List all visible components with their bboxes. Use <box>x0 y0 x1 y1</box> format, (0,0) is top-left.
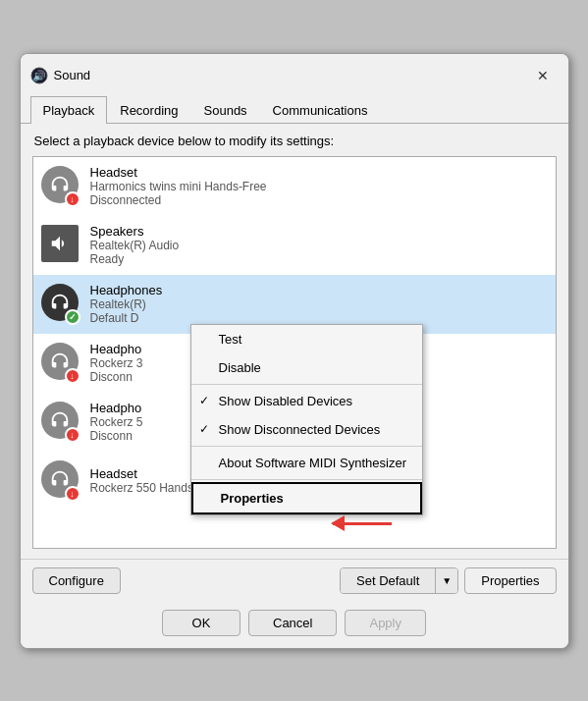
properties-button[interactable]: Properties <box>464 567 556 594</box>
ctx-item-disable[interactable]: Disable <box>191 353 422 382</box>
ctx-divider-3 <box>191 479 422 480</box>
device-name-3: Headphones <box>90 283 548 297</box>
device-sub-2: Realtek(R) Audio <box>90 239 548 252</box>
device-icon-headset2: ↓ <box>41 460 82 502</box>
check-show-disabled: ✓ <box>199 394 209 407</box>
bottom-right-buttons: Set Default ▼ Properties <box>340 567 556 594</box>
configure-button[interactable]: Configure <box>32 567 121 594</box>
ctx-item-test[interactable]: Test <box>191 325 422 353</box>
device-name-2: Speakers <box>90 224 548 239</box>
sound-dialog: 🔊 Sound ✕ Playback Recording Sounds Comm… <box>20 53 569 649</box>
device-item-headset1[interactable]: ↓ Headset Harmonics twins mini Hands-Fre… <box>33 157 556 216</box>
ctx-label-show-disabled: Show Disabled Devices <box>219 394 353 408</box>
badge-red-4: ↓ <box>65 368 80 384</box>
device-info-headphones: Headphones Realtek(R) Default D <box>90 283 548 325</box>
sound-icon: 🔊 <box>30 67 48 84</box>
device-info-headset1: Headset Harmonics twins mini Hands-Free … <box>90 165 548 207</box>
ctx-divider-2 <box>191 446 422 447</box>
device-item-speakers[interactable]: Speakers Realtek(R) Audio Ready <box>33 216 556 275</box>
badge-red-1: ↓ <box>65 191 80 207</box>
dialog-title: Sound <box>54 68 91 82</box>
device-status-1: Disconnected <box>90 193 548 207</box>
device-list-container: ↓ Headset Harmonics twins mini Hands-Fre… <box>32 156 557 549</box>
tab-sounds[interactable]: Sounds <box>191 96 260 124</box>
bottom-left-buttons: Configure <box>32 567 121 594</box>
device-sub-1: Harmonics twins mini Hands-Free <box>90 180 548 193</box>
badge-green-3: ✓ <box>65 309 80 325</box>
ctx-label-about-midi: About Software MIDI Synthesizer <box>219 456 406 470</box>
ctx-divider-1 <box>191 384 422 385</box>
device-name-1: Headset <box>90 165 548 180</box>
badge-red-5: ↓ <box>65 427 80 443</box>
ctx-item-show-disabled[interactable]: ✓ Show Disabled Devices <box>191 387 422 415</box>
badge-red-6: ↓ <box>65 486 80 502</box>
ctx-label-show-disconnected: Show Disconnected Devices <box>219 422 381 437</box>
set-default-split: Set Default ▼ <box>340 567 458 594</box>
tab-communications[interactable]: Communications <box>260 96 381 124</box>
instruction-text: Select a playback device below to modify… <box>32 134 557 148</box>
set-default-dropdown[interactable]: ▼ <box>436 568 457 593</box>
ok-button[interactable]: OK <box>162 610 241 636</box>
device-info-speakers: Speakers Realtek(R) Audio Ready <box>90 224 548 266</box>
device-sub-3: Realtek(R) <box>90 297 548 311</box>
footer-bar: OK Cancel Apply <box>21 602 568 648</box>
set-default-button[interactable]: Set Default <box>341 568 436 593</box>
ctx-item-show-disconnected[interactable]: ✓ Show Disconnected Devices <box>191 415 422 444</box>
bottom-bar: Configure Set Default ▼ Properties <box>21 559 568 602</box>
ctx-item-about-midi[interactable]: About Software MIDI Synthesizer <box>191 449 422 477</box>
device-icon-headphones2: ↓ <box>41 343 82 384</box>
check-show-disconnected: ✓ <box>199 422 209 436</box>
device-status-2: Ready <box>90 252 548 266</box>
ctx-item-properties[interactable]: Properties <box>191 482 422 514</box>
cancel-button[interactable]: Cancel <box>248 610 337 636</box>
device-icon-headphones: ✓ <box>41 284 82 325</box>
tabs-bar: Playback Recording Sounds Communications <box>21 95 568 124</box>
apply-button[interactable]: Apply <box>345 610 426 636</box>
tab-recording[interactable]: Recording <box>107 96 190 124</box>
ctx-label-properties: Properties <box>221 491 284 506</box>
content-area: Select a playback device below to modify… <box>21 124 568 559</box>
title-bar-left: 🔊 Sound <box>30 67 91 84</box>
context-menu: Test Disable ✓ Show Disabled Devices ✓ S… <box>190 324 423 515</box>
device-icon-headset1: ↓ <box>41 166 82 207</box>
device-icon-speakers <box>41 225 82 266</box>
tab-playback[interactable]: Playback <box>30 96 108 124</box>
close-button[interactable]: ✕ <box>529 62 557 89</box>
svg-text:🔊: 🔊 <box>32 69 46 82</box>
ctx-label-disable: Disable <box>219 360 261 375</box>
title-bar: 🔊 Sound ✕ <box>21 54 568 95</box>
ctx-label-test: Test <box>219 332 242 347</box>
device-icon-headphones3: ↓ <box>41 402 82 443</box>
